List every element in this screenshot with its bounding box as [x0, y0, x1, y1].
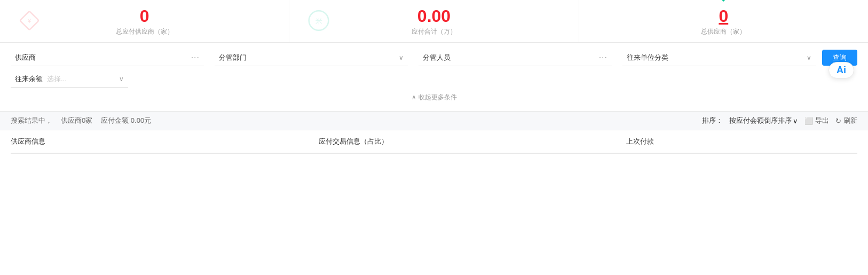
- search-area: 供应商 ··· 分管部门 ∨ 分管人员 ··· 往来单位分类 ∨ 查询 往来余额: [0, 43, 868, 112]
- col-last-payment-header: 上次付款: [626, 137, 857, 146]
- payable-amount: 应付金额 0.00元: [101, 116, 151, 125]
- total-payable-suppliers-number: 0: [140, 6, 149, 26]
- balance-field[interactable]: 往来余额 选择... ∨: [11, 70, 128, 88]
- ai-badge[interactable]: Ai: [828, 62, 854, 78]
- diamond-watermark-icon: ¥: [16, 7, 43, 35]
- table-area: 供应商信息 应付交易信息（占比） 上次付款: [0, 130, 868, 275]
- search-row-1: 供应商 ··· 分管部门 ∨ 分管人员 ··· 往来单位分类 ∨ 查询: [11, 49, 857, 66]
- department-label: 分管部门: [219, 53, 247, 62]
- col-transaction-header: 应付交易信息（占比）: [319, 137, 627, 146]
- supplier-count: 供应商0家: [61, 116, 92, 125]
- balance-arrow-icon[interactable]: ∨: [119, 75, 124, 83]
- col-supplier-header: 供应商信息: [11, 137, 319, 146]
- result-bar-right: 排序： 按应付会额倒序排序 ∨ ⬜ 导出 ↻ 刷新: [702, 116, 857, 125]
- export-label: 导出: [815, 116, 829, 125]
- total-suppliers-label: 总供应商（家）: [701, 27, 746, 36]
- department-field[interactable]: 分管部门 ∨: [215, 49, 408, 66]
- export-icon: ⬜: [804, 117, 813, 125]
- stats-bar: ¥ 0 总应付供应商（家） 米 0.00 应付合计（万） 快速录单的快捷键说明在…: [0, 0, 868, 43]
- manager-field[interactable]: 分管人员 ···: [419, 49, 612, 66]
- balance-placeholder: 选择...: [47, 74, 119, 84]
- supplier-input[interactable]: [40, 53, 191, 61]
- sort-value: 按应付会额倒序排序: [729, 116, 792, 125]
- collapse-icon: ∧: [412, 93, 416, 101]
- unit-category-field[interactable]: 往来单位分类 ∨: [622, 49, 816, 66]
- collapse-button[interactable]: ∧ 收起更多条件: [402, 90, 466, 105]
- svg-text:¥: ¥: [27, 17, 31, 23]
- stat-total-suppliers: 快速录单的快捷键说明在这里 × 0 总供应商（家）: [579, 0, 868, 42]
- manager-label: 分管人员: [423, 53, 451, 62]
- collapse-label: 收起更多条件: [419, 93, 457, 102]
- payable-total-number: 0.00: [417, 6, 451, 26]
- manager-input[interactable]: [455, 53, 599, 61]
- manager-dots[interactable]: ···: [599, 53, 607, 62]
- table-header: 供应商信息 应付交易信息（占比） 上次付款: [11, 130, 857, 154]
- ai-badge-text: Ai: [837, 65, 846, 75]
- supplier-field[interactable]: 供应商 ···: [11, 49, 204, 66]
- refresh-button[interactable]: ↻ 刷新: [835, 116, 857, 125]
- refresh-icon: ↻: [835, 117, 841, 125]
- svg-text:米: 米: [315, 17, 322, 25]
- unit-category-input[interactable]: [673, 53, 807, 61]
- total-suppliers-number: 0: [719, 6, 728, 26]
- sort-label: 排序：: [702, 116, 723, 125]
- sort-select[interactable]: 按应付会额倒序排序 ∨: [729, 116, 798, 125]
- export-button[interactable]: ⬜ 导出: [804, 116, 829, 125]
- total-payable-suppliers-label: 总应付供应商（家）: [116, 27, 173, 36]
- search-row-2: 往来余额 选择... ∨: [11, 70, 857, 88]
- coin-watermark-icon: 米: [305, 7, 332, 35]
- refresh-label: 刷新: [843, 116, 857, 125]
- sort-arrow-icon: ∨: [793, 117, 798, 125]
- department-input[interactable]: [251, 53, 399, 61]
- search-result-label: 搜索结果中，: [11, 116, 52, 125]
- unit-category-label: 往来单位分类: [627, 53, 668, 62]
- result-bar: 搜索结果中， 供应商0家 应付金额 0.00元 排序： 按应付会额倒序排序 ∨ …: [0, 112, 868, 130]
- table-body: [11, 154, 857, 275]
- stat-payable-total: 米 0.00 应付合计（万）: [289, 0, 579, 42]
- payable-total-label: 应付合计（万）: [412, 27, 456, 36]
- result-bar-left: 搜索结果中， 供应商0家 应付金额 0.00元: [11, 116, 151, 125]
- stat-total-payable-suppliers: ¥ 0 总应付供应商（家）: [0, 0, 289, 42]
- balance-label: 往来余额: [15, 74, 43, 84]
- supplier-dots[interactable]: ···: [191, 53, 200, 62]
- supplier-label: 供应商: [15, 53, 36, 62]
- department-arrow-icon[interactable]: ∨: [399, 54, 404, 61]
- unit-category-arrow-icon[interactable]: ∨: [807, 54, 811, 61]
